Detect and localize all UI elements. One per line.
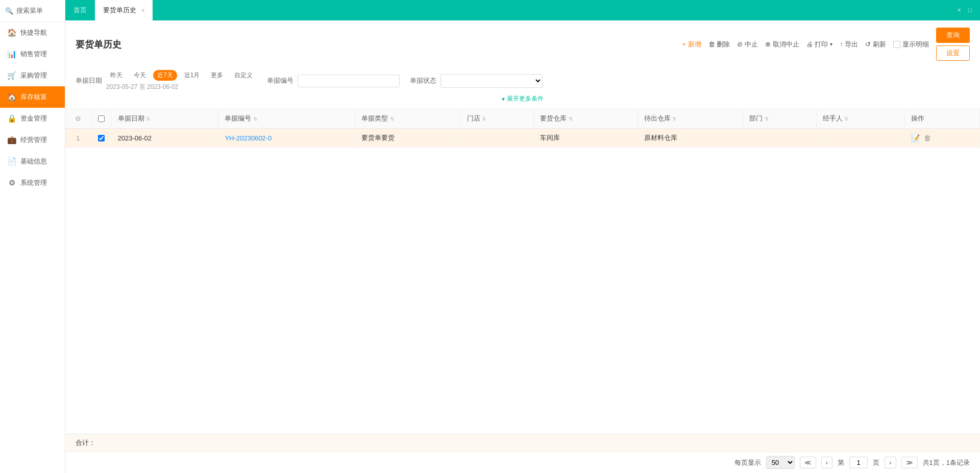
delete-button[interactable]: 🗑 删除 bbox=[708, 40, 730, 49]
sidebar-item-inventory[interactable]: 🏠 库存核算 bbox=[0, 86, 65, 108]
row-checkbox[interactable] bbox=[91, 129, 111, 148]
date-filter-label: 单据日期 bbox=[76, 76, 102, 85]
delete-button-label: 🗑 删除 bbox=[708, 40, 730, 49]
col-config-header[interactable]: ⚙ bbox=[65, 109, 91, 129]
sidebar-item-system[interactable]: ⚙ 系统管理 bbox=[0, 172, 65, 194]
home-icon: 🏠 bbox=[7, 28, 16, 37]
sort-handler-icon: ⇅ bbox=[844, 116, 848, 122]
sort-req-warehouse-icon: ⇅ bbox=[569, 116, 573, 122]
sidebar-item-label: 经营管理 bbox=[20, 135, 47, 145]
date-shortcut-custom[interactable]: 自定义 bbox=[230, 70, 257, 81]
cart-icon: 🛒 bbox=[7, 71, 16, 80]
col-dept-header[interactable]: 部门 ⇅ bbox=[743, 109, 817, 129]
date-shortcut-1month[interactable]: 近1月 bbox=[180, 70, 204, 81]
tab-bill-history[interactable]: 要货单历史 × bbox=[95, 0, 153, 20]
export-button[interactable]: ↑ 导出 bbox=[840, 40, 858, 49]
select-all-checkbox[interactable] bbox=[98, 115, 105, 122]
prev-page-button[interactable]: ‹ bbox=[821, 457, 832, 468]
date-shortcut-7days[interactable]: 近7天 bbox=[153, 70, 177, 81]
page-header: 要货单历史 + 新增 🗑 删除 ⊘ 中止 ⊗ 取消中止 🖨 打印 ▾ bbox=[65, 20, 980, 66]
window-close-icon[interactable]: × bbox=[958, 7, 961, 14]
sum-label: 合计： bbox=[76, 439, 95, 446]
next-page-button[interactable]: › bbox=[885, 457, 896, 468]
new-button[interactable]: + 新增 bbox=[682, 40, 701, 49]
settings-button[interactable]: 设置 bbox=[936, 45, 970, 61]
sort-bill-type-icon: ⇅ bbox=[390, 116, 394, 122]
bill-no-input[interactable] bbox=[298, 75, 400, 87]
bill-status-filter: 单据状态 bbox=[410, 74, 543, 88]
col-operation-header: 操作 bbox=[905, 109, 980, 129]
sidebar-item-finance[interactable]: 🔒 资金管理 bbox=[0, 108, 65, 129]
print-button[interactable]: 🖨 打印 ▾ bbox=[806, 40, 833, 49]
refresh-button-label: ↺ 刷新 bbox=[865, 40, 886, 49]
row-bill-type: 要货单要货 bbox=[355, 129, 460, 148]
col-store-header[interactable]: 门店 ⇅ bbox=[460, 109, 534, 129]
cancel-stop-button[interactable]: ⊗ 取消中止 bbox=[765, 40, 799, 49]
filter-area: 单据日期 昨天 今天 近7天 近1月 更多 自定义 2023-05-27 至 2… bbox=[65, 66, 980, 109]
sidebar-search[interactable]: 🔍 搜索菜单 bbox=[0, 0, 65, 22]
date-range-display: 2023-05-27 至 2023-06-02 bbox=[106, 83, 257, 91]
col-date-header[interactable]: 单据日期 ⇅ bbox=[111, 109, 218, 129]
sidebar-search-label: 搜索菜单 bbox=[16, 6, 43, 15]
gear-icon: ⚙ bbox=[7, 178, 16, 187]
window-minimize-icon[interactable]: □ bbox=[968, 7, 972, 14]
col-checkbox-header bbox=[91, 109, 111, 129]
date-shortcut-yesterday[interactable]: 昨天 bbox=[106, 70, 127, 81]
sidebar-item-purchase[interactable]: 🛒 采购管理 bbox=[0, 65, 65, 86]
sort-bill-no-icon: ⇅ bbox=[253, 116, 257, 122]
row-bill-no[interactable]: YH-20230602-0 bbox=[218, 129, 355, 148]
display-detail-toggle[interactable]: 显示明细 bbox=[893, 40, 929, 49]
lock-icon: 🔒 bbox=[7, 114, 16, 123]
total-info: 共1页，1条记录 bbox=[923, 458, 970, 467]
per-page-label: 每页显示 bbox=[734, 458, 761, 467]
pagination: 每页显示 10 20 50 100 ≪ ‹ 第 页 › ≫ 共1页，1条记录 bbox=[65, 452, 980, 473]
bill-status-select[interactable] bbox=[440, 74, 543, 88]
edit-icon[interactable]: 📝 bbox=[911, 134, 920, 142]
search-icon: 🔍 bbox=[5, 7, 13, 15]
date-filter: 单据日期 昨天 今天 近7天 近1月 更多 自定义 2023-05-27 至 2… bbox=[76, 70, 257, 91]
tab-home[interactable]: 首页 bbox=[65, 0, 95, 20]
bill-no-label: 单据编号 bbox=[267, 76, 293, 85]
row-store bbox=[460, 129, 534, 148]
col-bill-no-header[interactable]: 单据编号 ⇅ bbox=[218, 109, 355, 129]
filter-row: 单据日期 昨天 今天 近7天 近1月 更多 自定义 2023-05-27 至 2… bbox=[76, 70, 970, 91]
delete-row-icon[interactable]: 🗑 bbox=[924, 134, 931, 142]
query-button[interactable]: 查询 bbox=[936, 28, 970, 43]
display-detail-checkbox[interactable] bbox=[893, 41, 900, 48]
sidebar-item-basic-info[interactable]: 📄 基础信息 bbox=[0, 151, 65, 172]
footer-sum: 合计： bbox=[65, 434, 980, 452]
per-page-select[interactable]: 10 20 50 100 bbox=[766, 456, 795, 469]
refresh-button[interactable]: ↺ 刷新 bbox=[865, 40, 886, 49]
warehouse-icon: 🏠 bbox=[7, 92, 16, 102]
page-input[interactable] bbox=[849, 457, 868, 468]
date-shortcut-today[interactable]: 今天 bbox=[130, 70, 150, 81]
stop-button[interactable]: ⊘ 中止 bbox=[737, 40, 758, 49]
sidebar: 🔍 搜索菜单 🏠 快捷导航 📊 销售管理 🛒 采购管理 🏠 库存核算 🔒 资金管… bbox=[0, 0, 65, 473]
new-button-label: + 新增 bbox=[682, 40, 701, 49]
row-index: 1 bbox=[65, 129, 91, 148]
row-select-checkbox[interactable] bbox=[98, 135, 105, 141]
expand-more-button[interactable]: ▾ 展开更多条件 bbox=[76, 91, 970, 105]
col-bill-type-header[interactable]: 单据类型 ⇅ bbox=[355, 109, 460, 129]
sidebar-item-sales[interactable]: 📊 销售管理 bbox=[0, 43, 65, 65]
sort-pending-warehouse-icon: ⇅ bbox=[672, 116, 676, 122]
col-req-warehouse-header[interactable]: 要货仓库 ⇅ bbox=[534, 109, 638, 129]
row-req-warehouse: 车间库 bbox=[534, 129, 638, 148]
col-handler-header[interactable]: 经手人 ⇅ bbox=[816, 109, 904, 129]
table-row[interactable]: 1 2023-06-02 YH-20230602-0 要货单要货 车间库 原材料… bbox=[65, 129, 980, 148]
print-dropdown-icon[interactable]: ▾ bbox=[830, 41, 832, 47]
col-pending-warehouse-header[interactable]: 待出仓库 ⇅ bbox=[638, 109, 743, 129]
bill-status-label: 单据状态 bbox=[410, 76, 436, 85]
sidebar-item-quick-nav[interactable]: 🏠 快捷导航 bbox=[0, 22, 65, 43]
toolbar: + 新增 🗑 删除 ⊘ 中止 ⊗ 取消中止 🖨 打印 ▾ ↑ 导出 bbox=[682, 28, 970, 61]
last-page-button[interactable]: ≫ bbox=[901, 457, 918, 468]
tab-close-icon[interactable]: × bbox=[141, 7, 144, 13]
sidebar-item-operations[interactable]: 💼 经营管理 bbox=[0, 129, 65, 151]
cancel-stop-button-label: ⊗ 取消中止 bbox=[765, 40, 799, 49]
page-label: 第 bbox=[838, 458, 844, 467]
column-settings-icon[interactable]: ⚙ bbox=[75, 115, 81, 123]
first-page-button[interactable]: ≪ bbox=[800, 457, 816, 468]
document-icon: 📄 bbox=[7, 157, 16, 166]
date-shortcut-more[interactable]: 更多 bbox=[207, 70, 227, 81]
bill-no-link[interactable]: YH-20230602-0 bbox=[225, 134, 272, 142]
